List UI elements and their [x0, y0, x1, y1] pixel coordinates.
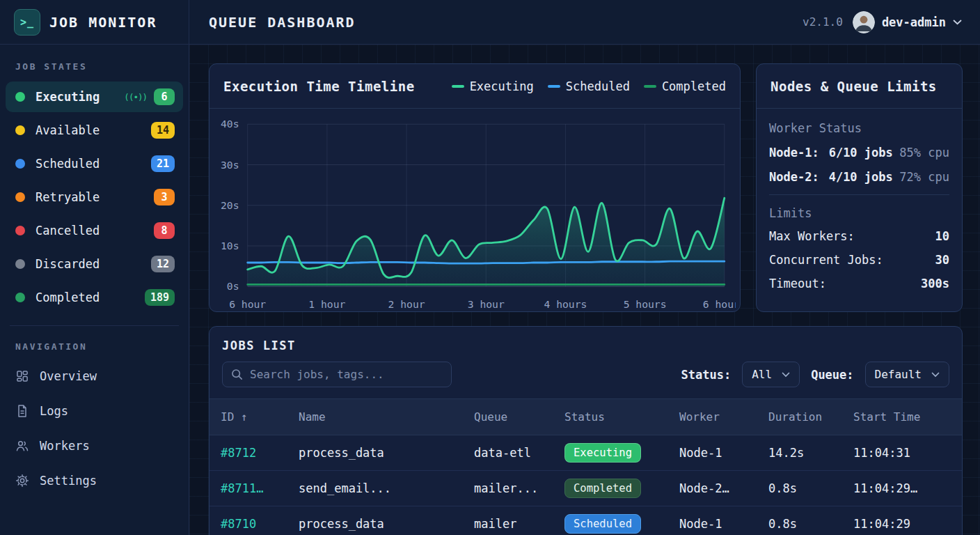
count-badge: 3	[154, 189, 175, 206]
column-header-name[interactable]: Name	[299, 410, 474, 424]
sidebar-item-overview[interactable]: Overview	[6, 362, 183, 391]
nodes-title: Nodes & Queue Limits	[770, 79, 937, 94]
gear-icon	[15, 474, 29, 488]
navigation-heading: NAVIGATION	[6, 341, 183, 352]
node-name: Node-2:	[769, 170, 819, 184]
nodes-card-header: Nodes & Queue Limits	[757, 64, 962, 109]
legend-item-scheduled[interactable]: Scheduled	[548, 79, 630, 93]
nodes-card: Nodes & Queue Limits Worker Status Node-…	[756, 63, 963, 312]
column-header-queue[interactable]: Queue	[474, 410, 564, 424]
svg-text:4 hours: 4 hours	[544, 298, 587, 310]
legend-label: Scheduled	[566, 79, 630, 93]
sidebar-item-discarded[interactable]: Discarded 12	[6, 249, 183, 279]
count-badge: 12	[151, 256, 175, 272]
people-icon	[15, 439, 29, 453]
job-queue: data-etl	[474, 446, 564, 460]
sidebar-item-retryable[interactable]: Retryable 3	[6, 182, 183, 212]
status-filter-select[interactable]: All	[742, 362, 800, 387]
job-queue: mailer	[474, 517, 564, 531]
queue-filter-select[interactable]: Default	[865, 362, 949, 387]
user-name: dev-admin	[882, 15, 946, 29]
timeline-card-header: Execution Time Timeline Executing Schedu…	[210, 64, 740, 109]
count-badge: 6	[154, 88, 175, 105]
sidebar-item-workers[interactable]: Workers	[6, 431, 183, 460]
chevron-down-icon	[931, 372, 940, 378]
job-duration: 0.8s	[768, 481, 853, 495]
version-label: v2.1.0	[803, 15, 843, 29]
column-header-duration[interactable]: Duration	[768, 410, 853, 424]
sidebar-item-available[interactable]: Available 14	[6, 115, 183, 146]
job-id-link[interactable]: #8712	[221, 446, 299, 460]
search-input[interactable]	[250, 368, 443, 381]
sidebar-item-cancelled[interactable]: Cancelled 8	[6, 215, 183, 246]
node-jobs: 4/10 jobs	[829, 170, 893, 184]
main-content: Execution Time Timeline Executing Schedu…	[189, 45, 980, 535]
job-id-link[interactable]: #8711…	[221, 481, 299, 495]
legend-item-completed[interactable]: Completed	[644, 79, 726, 93]
node-row-1: Node-1: 6/10 jobs 85% cpu	[769, 146, 949, 160]
legend-label: Completed	[662, 79, 726, 93]
svg-text:6 hour: 6 hour	[229, 298, 266, 310]
retryable-dot	[15, 192, 25, 202]
topbar: QUEUE DASHBOARD v2.1.0 dev-admin	[189, 0, 980, 45]
search-box[interactable]	[222, 362, 452, 387]
jobs-list-header: JOBS LIST	[210, 327, 962, 352]
jobs-controls: Status: All Queue: Default	[210, 362, 962, 387]
sidebar-item-executing[interactable]: Executing ((•)) 6	[6, 82, 183, 112]
svg-text:6 hours: 6 hours	[703, 298, 736, 310]
svg-text:2 hour: 2 hour	[388, 298, 425, 310]
status-badge: Executing	[564, 443, 641, 463]
status-filter-label: Status:	[681, 368, 732, 382]
state-label: Cancelled	[35, 224, 154, 238]
node-row-2: Node-2: 4/10 jobs 72% cpu	[769, 170, 949, 184]
table-row[interactable]: #8710 process_data mailer Scheduled Node…	[210, 506, 962, 535]
jobs-list-card: JOBS LIST Status: All Queue: Default	[209, 326, 963, 535]
svg-text:40s: 40s	[221, 118, 239, 130]
filters: Status: All Queue: Default	[681, 362, 949, 387]
svg-text:5 hours: 5 hours	[624, 298, 667, 310]
state-label: Available	[35, 123, 151, 137]
nodes-divider	[769, 194, 949, 195]
column-header-id[interactable]: ID ↑	[221, 410, 299, 424]
dashboard-icon	[15, 369, 29, 383]
node-cpu: 85% cpu	[899, 146, 949, 160]
status-badge: Scheduled	[564, 514, 641, 534]
limit-row-concurrent-jobs: Concurrent Jobs: 30	[769, 253, 949, 267]
limit-label: Timeout:	[769, 277, 826, 290]
job-duration: 14.2s	[768, 446, 853, 460]
timeline-chart-svg: 6 hour1 hour2 hour3 hour4 hours5 hours6 …	[211, 110, 736, 315]
top-row: Execution Time Timeline Executing Schedu…	[209, 63, 963, 312]
svg-text:10s: 10s	[221, 240, 239, 251]
state-label: Discarded	[35, 257, 151, 271]
nav-label: Workers	[40, 439, 90, 453]
user-menu[interactable]: dev-admin	[853, 11, 962, 33]
table-row[interactable]: #8711… send_email... mailer... Completed…	[210, 471, 962, 506]
job-id-link[interactable]: #8710	[221, 517, 299, 531]
timeline-card: Execution Time Timeline Executing Schedu…	[209, 63, 741, 312]
node-cpu: 72% cpu	[899, 170, 949, 184]
status-filter-value: All	[752, 368, 772, 381]
sidebar-item-settings[interactable]: Settings	[6, 466, 183, 495]
legend-item-executing[interactable]: Executing	[452, 79, 534, 93]
sidebar-divider	[10, 325, 179, 326]
sidebar-item-logs[interactable]: Logs	[6, 396, 183, 426]
scheduled-dot	[15, 159, 25, 169]
column-header-start-time[interactable]: Start Time	[853, 410, 951, 424]
page-title: QUEUE DASHBOARD	[209, 14, 356, 31]
topbar-right: v2.1.0 dev-admin	[803, 11, 962, 33]
svg-text:1 hour: 1 hour	[308, 298, 345, 310]
job-duration: 0.8s	[768, 517, 853, 531]
sidebar-item-completed[interactable]: Completed 189	[6, 282, 183, 313]
column-header-status[interactable]: Status	[564, 410, 679, 424]
job-worker: Node-2…	[679, 481, 768, 495]
column-header-worker[interactable]: Worker	[679, 410, 768, 424]
limit-value: 30	[935, 253, 949, 267]
table-row[interactable]: #8712 process_data data-etl Executing No…	[210, 435, 962, 471]
nav-label: Logs	[40, 404, 68, 418]
job-worker: Node-1	[679, 517, 768, 531]
nav-label: Overview	[40, 369, 97, 383]
sidebar-item-scheduled[interactable]: Scheduled 21	[6, 148, 183, 179]
brand: >_ JOB MONITOR	[0, 0, 189, 45]
job-name: send_email...	[299, 481, 474, 495]
state-label: Scheduled	[35, 157, 151, 171]
